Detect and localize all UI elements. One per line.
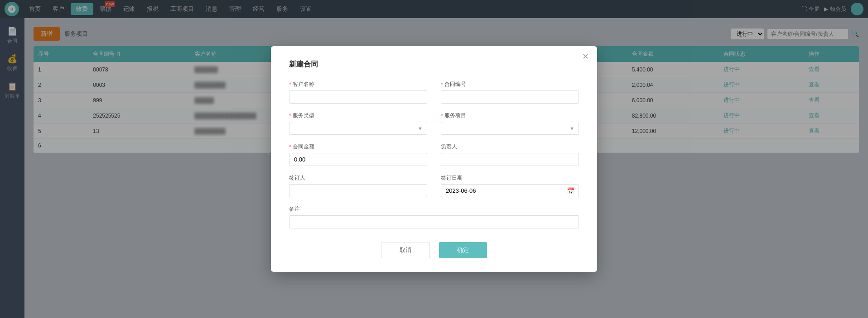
select-service-type[interactable] bbox=[289, 122, 427, 135]
input-contract-amount[interactable] bbox=[289, 153, 427, 166]
field-contract-no: * 合同编号 bbox=[441, 81, 579, 104]
input-sign-date[interactable] bbox=[441, 184, 579, 197]
label-remark: 备注 bbox=[289, 205, 579, 213]
label-service-item: * 服务项目 bbox=[441, 112, 579, 119]
field-remark: 备注 bbox=[289, 205, 579, 228]
field-sign-date: 签订日期 📅 bbox=[441, 174, 579, 197]
label-contract-no: * 合同编号 bbox=[441, 81, 579, 88]
field-responsible: 负责人 bbox=[441, 143, 579, 166]
modal-overlay: ✕ 新建合同 * 客户名称 * 合同编 bbox=[24, 18, 868, 318]
modal-title: 新建合同 bbox=[289, 60, 579, 69]
confirm-button[interactable]: 确定 bbox=[439, 242, 487, 258]
select-service-item[interactable] bbox=[441, 122, 579, 135]
content-area: 新增 服务项目 进行中 已完成 已终止 🔍 序号 合同编号 ⇅ bbox=[24, 18, 868, 318]
cancel-button[interactable]: 取消 bbox=[381, 242, 430, 258]
form-actions: 取消 确定 bbox=[289, 242, 579, 258]
input-responsible[interactable] bbox=[441, 153, 579, 166]
input-customer-name[interactable] bbox=[289, 90, 427, 104]
field-contract-amount: * 合同金额 bbox=[289, 143, 427, 166]
field-service-type: * 服务类型 ▼ bbox=[289, 112, 427, 135]
form-grid: * 客户名称 * 合同编号 bbox=[289, 81, 579, 197]
field-service-item: * 服务项目 ▼ bbox=[441, 112, 579, 135]
label-sign-date: 签订日期 bbox=[441, 174, 579, 182]
input-contract-no[interactable] bbox=[441, 90, 579, 104]
label-responsible: 负责人 bbox=[441, 143, 579, 151]
label-customer-name: * 客户名称 bbox=[289, 81, 427, 88]
label-service-type: * 服务类型 bbox=[289, 112, 427, 119]
main-layout: 📄 合同 💰 收费 📋 对账单 新增 服务项目 进行中 已完成 已终止 🔍 bbox=[0, 18, 868, 318]
new-contract-modal: ✕ 新建合同 * 客户名称 * 合同编 bbox=[271, 46, 597, 272]
modal-close-button[interactable]: ✕ bbox=[582, 52, 589, 61]
input-signer[interactable] bbox=[289, 184, 427, 197]
field-customer-name: * 客户名称 bbox=[289, 81, 427, 104]
label-signer: 签订人 bbox=[289, 174, 427, 182]
input-remark[interactable] bbox=[289, 215, 579, 228]
label-contract-amount: * 合同金额 bbox=[289, 143, 427, 151]
field-signer: 签订人 bbox=[289, 174, 427, 197]
